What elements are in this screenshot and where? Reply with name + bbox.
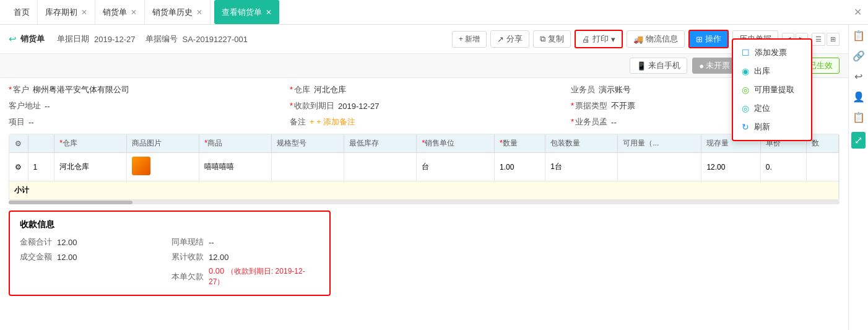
same-order-row: 同单现结 --: [171, 237, 319, 248]
tab-inventory-init[interactable]: 库存期初 ✕: [38, 0, 95, 24]
note-add-link[interactable]: + + 添加备注: [310, 116, 355, 128]
project-value: --: [28, 118, 34, 127]
ticket-label: 票据类型: [571, 100, 607, 111]
row-amount: [806, 153, 838, 181]
doc-icon: ↩: [9, 33, 17, 45]
operate-dropdown: ☐ 添加发票 ◉ 出库 ◎ 可用量提取 ◎ 定位 ↻ 刷新: [732, 38, 812, 141]
deal-label: 成交金额: [20, 251, 52, 263]
doc-no-label: 单据编号 SA-20191227-001: [145, 33, 248, 45]
add-button[interactable]: + 新增: [452, 31, 487, 48]
phone-icon: 📱: [636, 61, 646, 71]
cumulative-label: 累计收款: [171, 251, 204, 263]
tab-view-sales-label: 查看销货单: [222, 7, 262, 18]
due-date-row: 收款到期日 2019-12-27: [290, 100, 558, 111]
window-close-button[interactable]: ✕: [854, 6, 862, 18]
ticket-icon: ●: [699, 61, 704, 71]
extract-icon: ◎: [742, 85, 749, 95]
total-value: 12.00: [57, 238, 77, 247]
tab-inventory-init-label: 库存期初: [45, 7, 77, 18]
row-spec: [272, 153, 344, 181]
right-sidebar: 📋 🔗 ↩ 👤 📋 ⤢: [848, 25, 868, 330]
row-price: 0.: [760, 153, 806, 181]
from-phone-button[interactable]: 📱 来自手机: [630, 58, 687, 74]
dropdown-add-invoice[interactable]: ☐ 添加发票: [733, 43, 811, 62]
table-header-row: ⚙ 仓库 商品图片 商品 规格型号 最低库存 销售单位 数量 包装数量 可用量（…: [9, 134, 839, 153]
sidebar-list-icon[interactable]: 📋: [853, 111, 865, 123]
th-settings[interactable]: ⚙: [9, 134, 28, 153]
doc-date-label: 单据日期 2019-12-27: [57, 33, 136, 45]
view-buttons: ☰ ⊞: [812, 33, 840, 46]
due-date-label: 收款到期日: [290, 100, 334, 111]
same-order-value: --: [209, 238, 214, 247]
ticket-value: 不开票: [611, 100, 635, 111]
copy-button[interactable]: ⧉ 复制: [533, 30, 571, 48]
note-row: 备注 + + 添加备注: [290, 116, 558, 128]
th-no: [28, 134, 54, 153]
customer-row: 客户 柳州粤港平安气体有限公司: [9, 84, 277, 95]
th-available: 可用量（...: [618, 134, 701, 153]
tab-sales-history-close[interactable]: ✕: [196, 8, 202, 17]
sidebar-user-icon[interactable]: 👤: [853, 91, 865, 103]
dropdown-outbound[interactable]: ◉ 出库: [733, 62, 811, 80]
th-spec: 规格型号: [272, 134, 344, 153]
operate-button[interactable]: ⊞ 操作: [688, 30, 729, 48]
project-label: 项目: [9, 116, 25, 128]
share-button[interactable]: ↗ 分享: [490, 30, 529, 48]
tab-home[interactable]: 首页: [6, 0, 38, 24]
same-order-label: 同单现结: [171, 237, 204, 248]
payment-grid: 金额合计 12.00 成交金额 12.00 同单现结 -- 累计收款: [20, 237, 319, 287]
sidebar-doc-icon[interactable]: 📋: [853, 30, 865, 41]
project-row: 项目 --: [9, 116, 277, 128]
row-available: [618, 153, 701, 181]
th-warehouse: 仓库: [54, 134, 127, 153]
employee-label: 业务员: [571, 84, 595, 95]
invoice-icon: ☐: [742, 48, 750, 58]
owe-value: 0.00 （收款到期日: 2019-12-27）: [209, 266, 319, 287]
employee-value: 演示账号: [599, 84, 631, 95]
grid-view-button[interactable]: ⊞: [827, 33, 840, 46]
grid-icon: ⊞: [696, 35, 703, 44]
logistics-button[interactable]: 🚚 物流信息: [627, 30, 685, 48]
row-img: [127, 153, 199, 181]
dropdown-outbound-label: 出库: [754, 66, 770, 77]
tab-sales-order[interactable]: 销货单 ✕: [95, 0, 145, 24]
note-label: 备注: [290, 116, 306, 128]
tab-sales-history[interactable]: 销货单历史 ✕: [145, 0, 210, 24]
owe-label: 本单欠款: [171, 271, 204, 282]
tab-view-sales[interactable]: 查看销货单 ✕: [214, 0, 280, 24]
form-area: 客户 柳州粤港平安气体有限公司 仓库 河北仓库 业务员 演示账号 客户地址 --…: [0, 78, 848, 134]
locate-icon: ◎: [742, 103, 749, 113]
toolbar2: 📱 来自手机 ● 未开票 ✓ 已核销 ✓ 已生效: [0, 54, 848, 78]
print-button[interactable]: 🖨 打印 ▾: [575, 30, 623, 48]
list-view-button[interactable]: ☰: [812, 33, 825, 46]
sidebar-expand-icon[interactable]: ⤢: [851, 132, 866, 149]
dropdown-refresh[interactable]: ↻ 刷新: [733, 118, 811, 136]
not-open-button[interactable]: ● 未开票: [692, 58, 737, 74]
row-pkg-qty: 1台: [545, 153, 618, 181]
tab-sales-order-close[interactable]: ✕: [131, 8, 137, 17]
dropdown-add-invoice-label: 添加发票: [755, 47, 787, 58]
cumulative-row: 累计收款 12.00: [171, 251, 319, 263]
share-icon: ↗: [497, 35, 504, 44]
deal-row: 成交金额 12.00: [20, 251, 168, 263]
salesman-label: 业务员孟: [571, 116, 607, 128]
refresh-icon: ↻: [742, 122, 749, 132]
sidebar-link-icon[interactable]: 🔗: [853, 50, 865, 62]
row-settings[interactable]: ⚙: [9, 153, 28, 181]
total-label: 金额合计: [20, 237, 52, 248]
row-warehouse: 河北仓库: [54, 153, 127, 181]
dropdown-locate-label: 定位: [754, 103, 770, 114]
dropdown-locate[interactable]: ◎ 定位: [733, 99, 811, 118]
due-date-value: 2019-12-27: [338, 102, 380, 111]
tab-view-sales-close[interactable]: ✕: [266, 8, 272, 17]
tab-inventory-init-close[interactable]: ✕: [81, 8, 87, 17]
th-qty: 数量: [494, 134, 545, 153]
dropdown-available-extract[interactable]: ◎ 可用量提取: [733, 80, 811, 99]
address-label: 客户地址: [9, 100, 41, 111]
sidebar-return-icon[interactable]: ↩: [854, 71, 862, 82]
doc-meta: 单据日期 2019-12-27 单据编号 SA-20191227-001: [57, 33, 248, 45]
payment-col-left: 金额合计 12.00 成交金额 12.00: [20, 237, 168, 287]
row-unit: 台: [417, 153, 494, 181]
deal-value: 12.00: [57, 253, 77, 262]
payment-title: 收款信息: [20, 219, 319, 230]
